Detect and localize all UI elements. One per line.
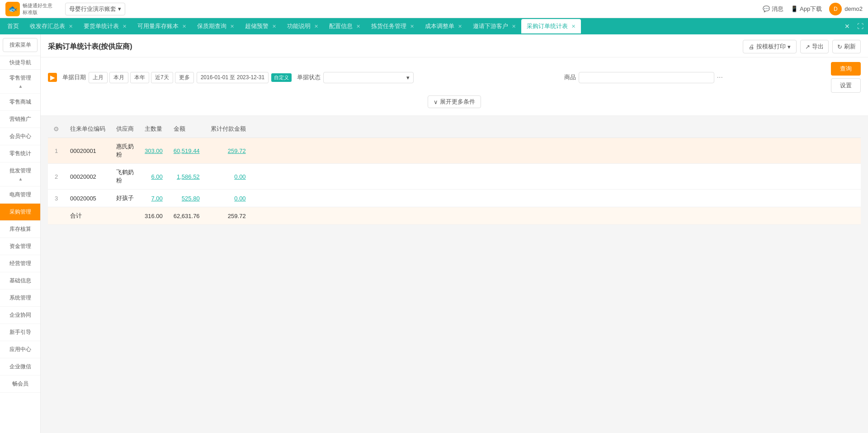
sidebar-item-pifa-guanli[interactable]: 批发管理▲ [0, 162, 40, 186]
filter-row-1: ▶ 单据日期 上月 本月 本年 近7天 更多 2016-01-01 至 2023… [48, 62, 861, 93]
cell-supplier: 惠氏奶粉 [111, 138, 139, 164]
close-icon[interactable]: ✕ [182, 24, 186, 29]
tab-caigou-active[interactable]: 采购订单统计表 ✕ [521, 19, 581, 33]
tab-peizhixinxi[interactable]: 配置信息 ✕ [324, 19, 366, 33]
table-row: 3 00020005 好孩子 7.00 525.80 0.00 [48, 190, 861, 207]
sidebar-item-lingshei-shangcheng[interactable]: 零售商城 [0, 94, 40, 111]
sidebar-item-lingshei-tongji[interactable]: 零售统计 [0, 145, 40, 162]
sidebar-item-changhui-yuan[interactable]: 畅会员 [0, 376, 40, 393]
sidebar-item-yingyong-zhongxin[interactable]: 应用中心 [0, 341, 40, 358]
table-container: ⚙ 往来单位编码 供应商 主数量 金额 累计付款金额 1 00020001 [41, 116, 868, 433]
refresh-button[interactable]: ↻ 刷新 [832, 40, 861, 53]
filter-last-month[interactable]: 上月 [89, 72, 108, 83]
sidebar-quick-nav[interactable]: 快捷导航 [0, 56, 40, 70]
refresh-icon: ↻ [837, 43, 842, 50]
filter-area: ▶ 单据日期 上月 本月 本年 近7天 更多 2016-01-01 至 2023… [41, 57, 868, 116]
sidebar-item-kucun-hesuan[interactable]: 库存核算 [0, 221, 40, 238]
cell-empty [251, 164, 861, 190]
tab-yaoqing[interactable]: 邀请下游客户 ✕ [467, 19, 521, 33]
filter-this-year[interactable]: 本年 [130, 72, 149, 83]
close-icon[interactable]: ✕ [230, 24, 234, 29]
user-area[interactable]: D demo2 [829, 3, 863, 15]
sidebar-item-caigou-guanli[interactable]: 采购管理 [0, 204, 40, 221]
row-num: 3 [48, 190, 65, 207]
filter-date-group: 单据日期 上月 本月 本年 近7天 更多 2016-01-01 至 2023-1… [62, 72, 292, 83]
tab-baozhi[interactable]: 保质期查询 ✕ [192, 19, 240, 33]
tab-gongneng[interactable]: 功能说明 ✕ [282, 19, 324, 33]
page-header: 采购订单统计表(按供应商) 🖨 按模板打印 ▾ ↗ 导出 ↻ 刷新 [41, 34, 868, 57]
search-menu-button[interactable]: 搜索菜单 [3, 38, 38, 52]
tab-jianhuo[interactable]: 拣货任务管理 ✕ [366, 19, 420, 33]
tab-chenben[interactable]: 成本调整单 ✕ [420, 19, 467, 33]
sidebar-item-zijin-guanli[interactable]: 资金管理 [0, 238, 40, 255]
filter-quick-buttons: 上月 本月 本年 近7天 更多 [89, 72, 194, 83]
chevron-icon: ▲ [19, 176, 23, 181]
logo: 🐟 畅捷通好生意 标准版 [5, 2, 52, 16]
filter-7-days[interactable]: 近7天 [151, 72, 173, 83]
print-button[interactable]: 🖨 按模板打印 ▾ [743, 40, 797, 53]
sidebar-item-jingying-guanli[interactable]: 经营管理 [0, 255, 40, 272]
tab-shoufacun[interactable]: 收发存汇总表 ✕ [24, 19, 78, 33]
filter-toggle-button[interactable]: ▶ [48, 73, 57, 82]
avatar: D [829, 3, 842, 15]
footer-empty [48, 207, 65, 225]
sidebar-item-yingxiao-tuiguang[interactable]: 营销推广 [0, 111, 40, 128]
cell-empty [251, 138, 861, 164]
page-actions: 🖨 按模板打印 ▾ ↗ 导出 ↻ 刷新 [743, 40, 861, 53]
sidebar-search-area: 搜索菜单 [0, 34, 40, 56]
close-icon[interactable]: ✕ [512, 24, 516, 29]
more-filter-icon[interactable]: ··· [717, 73, 723, 81]
cell-paid: 259.72 [205, 138, 251, 164]
tab-chaochuyujing[interactable]: 超储预警 ✕ [240, 19, 282, 33]
print-icon: 🖨 [749, 43, 755, 50]
col-paid: 累计付款金额 [205, 120, 251, 138]
col-supplier: 供应商 [111, 120, 139, 138]
settings-icon[interactable]: ⚙ [53, 125, 59, 133]
sidebar-item-qiye-xietong[interactable]: 企业协同 [0, 307, 40, 324]
workspace-selector[interactable]: 母婴行业演示账套 ▾ [65, 3, 125, 15]
expand-more-button[interactable]: ∨ 展开更多条件 [428, 95, 481, 108]
close-icon[interactable]: ✕ [314, 24, 318, 29]
sidebar-item-lingshei-guanli[interactable]: 零售管理▲ [0, 70, 40, 94]
status-select[interactable]: ▾ [323, 72, 414, 83]
content-area: 采购订单统计表(按供应商) 🖨 按模板打印 ▾ ↗ 导出 ↻ 刷新 [41, 34, 868, 433]
settings-button[interactable]: 设置 [831, 78, 861, 93]
app-download-action[interactable]: 📱 App下载 [791, 5, 822, 13]
nav-expand-btn[interactable]: ⛶ [854, 21, 866, 32]
close-icon[interactable]: ✕ [272, 24, 276, 29]
date-label: 单据日期 [62, 73, 86, 81]
filter-more-dates[interactable]: 更多 [175, 72, 194, 83]
sidebar-item-xinshou-yindao[interactable]: 新手引导 [0, 324, 40, 341]
query-button[interactable]: 查询 [831, 62, 861, 76]
phone-icon: 📱 [791, 5, 798, 12]
sidebar-item-huiyuan-zhongxin[interactable]: 会员中心 [0, 128, 40, 145]
sidebar-item-xitong-guanli[interactable]: 系统管理 [0, 290, 40, 307]
tab-home[interactable]: 首页 [2, 19, 24, 33]
settings-col-header: ⚙ [48, 120, 65, 138]
top-bar-right: 💬 消息 📱 App下载 D demo2 [763, 3, 863, 15]
filter-date-range[interactable]: 2016-01-01 至 2023-12-31 [197, 72, 269, 83]
cell-paid: 0.00 [205, 164, 251, 190]
close-icon[interactable]: ✕ [458, 24, 462, 29]
cell-code: 00020005 [65, 190, 111, 207]
tab-yaohuodan[interactable]: 要货单统计表 ✕ [78, 19, 132, 33]
product-input[interactable] [579, 72, 714, 83]
nav-tabs: 首页 收发存汇总表 ✕ 要货单统计表 ✕ 可用量库存账本 ✕ 保质期查询 ✕ 超… [0, 18, 868, 34]
row-num: 2 [48, 164, 65, 190]
close-icon[interactable]: ✕ [69, 24, 73, 29]
sidebar-item-dianshang-guanli[interactable]: 电商管理 [0, 186, 40, 204]
close-icon[interactable]: ✕ [410, 24, 414, 29]
filter-this-month[interactable]: 本月 [109, 72, 128, 83]
main-layout: 搜索菜单 快捷导航 零售管理▲ 零售商城 营销推广 会员中心 零售统计 批发管理… [0, 34, 868, 433]
tab-kuyongliang[interactable]: 可用量库存账本 ✕ [132, 19, 192, 33]
sidebar-item-jichu-xinxi[interactable]: 基础信息 [0, 272, 40, 290]
data-table: ⚙ 往来单位编码 供应商 主数量 金额 累计付款金额 1 00020001 [48, 120, 861, 225]
close-icon[interactable]: ✕ [571, 24, 576, 29]
export-button[interactable]: ↗ 导出 [800, 40, 829, 53]
message-action[interactable]: 💬 消息 [763, 5, 783, 13]
close-icon[interactable]: ✕ [356, 24, 360, 29]
export-icon: ↗ [805, 43, 810, 50]
close-icon[interactable]: ✕ [123, 24, 127, 29]
sidebar-item-qiye-weixin[interactable]: 企业微信 [0, 358, 40, 376]
nav-close-btn[interactable]: ✕ [842, 21, 853, 32]
